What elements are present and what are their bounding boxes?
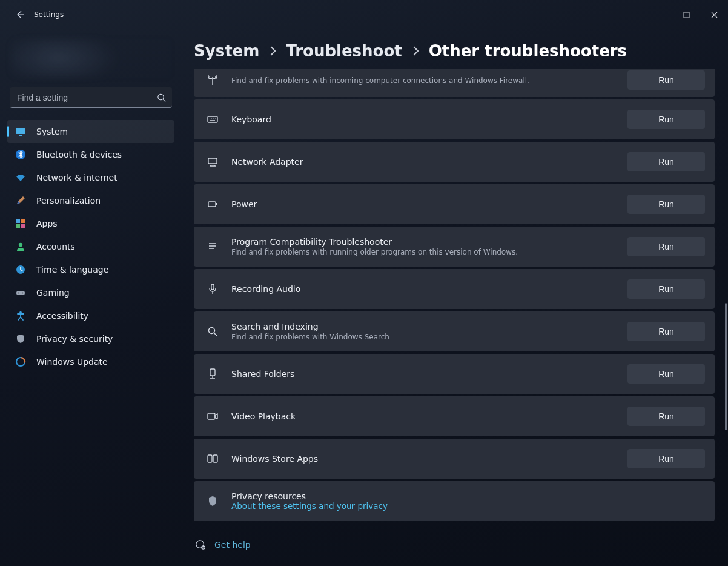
sidebar-item-label: Accessibility (36, 311, 88, 321)
card-title: Shared Folders (231, 369, 627, 379)
svg-point-14 (19, 311, 22, 314)
wifi-icon (15, 171, 27, 184)
nav: System Bluetooth & devices Network & int… (7, 120, 174, 373)
troubleshooter-card[interactable]: Power Run (194, 184, 715, 224)
troubleshooter-card[interactable]: Keyboard Run (194, 99, 715, 139)
shield-icon (15, 333, 27, 345)
svg-point-27 (196, 541, 204, 548)
card-subtitle: Find and fix problems with Windows Searc… (231, 333, 627, 341)
card-title: Keyboard (231, 115, 627, 124)
sidebar-item-network[interactable]: Network & internet (7, 166, 174, 189)
back-button[interactable] (10, 4, 30, 25)
sidebar-item-bluetooth[interactable]: Bluetooth & devices (7, 143, 174, 166)
troubleshooter-card[interactable]: Video Playback Run (194, 396, 715, 436)
get-help-row: Get help (194, 539, 715, 550)
breadcrumb-mid[interactable]: Troubleshoot (286, 42, 402, 60)
shield-icon (206, 494, 219, 508)
sidebar-item-apps[interactable]: Apps (7, 212, 174, 235)
sidebar-item-label: Privacy & security (36, 334, 113, 344)
chevron-right-icon (411, 46, 420, 56)
svg-point-13 (22, 293, 23, 294)
run-button[interactable]: Run (627, 152, 705, 171)
troubleshooter-card[interactable]: Windows Store Apps Run (194, 439, 715, 479)
svg-rect-3 (19, 135, 22, 136)
sidebar-item-label: Personalization (36, 196, 101, 205)
run-button[interactable]: Run (627, 195, 705, 214)
troubleshooter-card[interactable]: Recording Audio Run (194, 269, 715, 309)
search-input[interactable] (10, 87, 172, 108)
sidebar-item-gaming[interactable]: Gaming (7, 281, 174, 304)
run-button[interactable]: Run (627, 70, 705, 90)
troubleshooter-list: Find and fix problems with incoming comp… (194, 69, 715, 521)
svg-rect-11 (16, 291, 25, 295)
microphone-icon (206, 282, 219, 296)
troubleshooter-card[interactable]: Find and fix problems with incoming comp… (194, 69, 715, 97)
svg-rect-23 (210, 369, 215, 376)
profile-blurred (11, 39, 171, 78)
svg-rect-2 (16, 128, 25, 134)
network-adapter-icon (206, 155, 219, 168)
sidebar-item-label: Apps (36, 219, 58, 228)
run-button[interactable]: Run (627, 237, 705, 256)
search-icon (206, 325, 219, 338)
gamepad-icon (15, 287, 27, 299)
privacy-resources-card[interactable]: Privacy resources About these settings a… (194, 481, 715, 521)
sidebar-item-label: Accounts (36, 242, 75, 251)
sidebar-item-accessibility[interactable]: Accessibility (7, 304, 174, 327)
sidebar-item-windows-update[interactable]: Windows Update (7, 350, 174, 373)
run-button[interactable]: Run (627, 110, 705, 129)
sidebar-item-privacy[interactable]: Privacy & security (7, 327, 174, 350)
bluetooth-icon (15, 148, 27, 161)
run-button[interactable]: Run (627, 407, 705, 426)
card-title: Search and Indexing (231, 322, 627, 331)
svg-rect-8 (21, 224, 25, 228)
app-title: Settings (34, 10, 64, 19)
troubleshooter-card[interactable]: Search and Indexing Find and fix problem… (194, 311, 715, 351)
sidebar-item-time-language[interactable]: Time & language (7, 258, 174, 281)
paintbrush-icon (15, 195, 27, 207)
sidebar-item-label: Windows Update (36, 357, 108, 367)
svg-point-12 (18, 293, 19, 294)
svg-point-1 (158, 94, 164, 99)
card-title: Program Compatibility Troubleshooter (231, 237, 627, 247)
run-button[interactable]: Run (627, 449, 705, 468)
card-subtitle: Find and fix problems with incoming comp… (231, 76, 627, 85)
svg-rect-18 (208, 158, 217, 164)
apps-icon (15, 218, 27, 230)
store-apps-icon (206, 452, 219, 465)
scrollbar[interactable] (725, 303, 727, 430)
privacy-link[interactable]: About these settings and your privacy (231, 501, 705, 511)
display-icon (15, 125, 27, 138)
chevron-right-icon (268, 46, 277, 56)
minimize-button[interactable] (644, 4, 672, 25)
sidebar-item-accounts[interactable]: Accounts (7, 235, 174, 258)
svg-rect-20 (216, 203, 217, 205)
svg-point-22 (209, 328, 215, 334)
troubleshooter-card[interactable]: Shared Folders Run (194, 354, 715, 394)
troubleshooter-card[interactable]: Network Adapter Run (194, 142, 715, 182)
search-wrap (10, 87, 172, 108)
svg-rect-19 (208, 202, 216, 207)
clock-icon (15, 264, 27, 276)
close-button[interactable] (700, 4, 728, 25)
power-icon (206, 198, 219, 211)
person-icon (15, 241, 27, 253)
update-icon (15, 356, 27, 368)
antenna-icon (206, 73, 219, 87)
troubleshooter-card[interactable]: Program Compatibility Troubleshooter Fin… (194, 227, 715, 267)
maximize-button[interactable] (672, 4, 700, 25)
compatibility-icon (206, 240, 219, 253)
search-icon (157, 93, 166, 102)
help-icon (195, 539, 206, 550)
run-button[interactable]: Run (627, 322, 705, 341)
sidebar-item-personalization[interactable]: Personalization (7, 189, 174, 212)
svg-rect-25 (208, 455, 212, 462)
get-help-link[interactable]: Get help (214, 540, 251, 550)
breadcrumb: System Troubleshoot Other troubleshooter… (194, 34, 715, 68)
keyboard-icon (206, 113, 219, 126)
sidebar-item-label: System (36, 127, 68, 136)
breadcrumb-root[interactable]: System (194, 42, 259, 60)
run-button[interactable]: Run (627, 364, 705, 384)
sidebar-item-system[interactable]: System (7, 120, 174, 143)
run-button[interactable]: Run (627, 279, 705, 299)
